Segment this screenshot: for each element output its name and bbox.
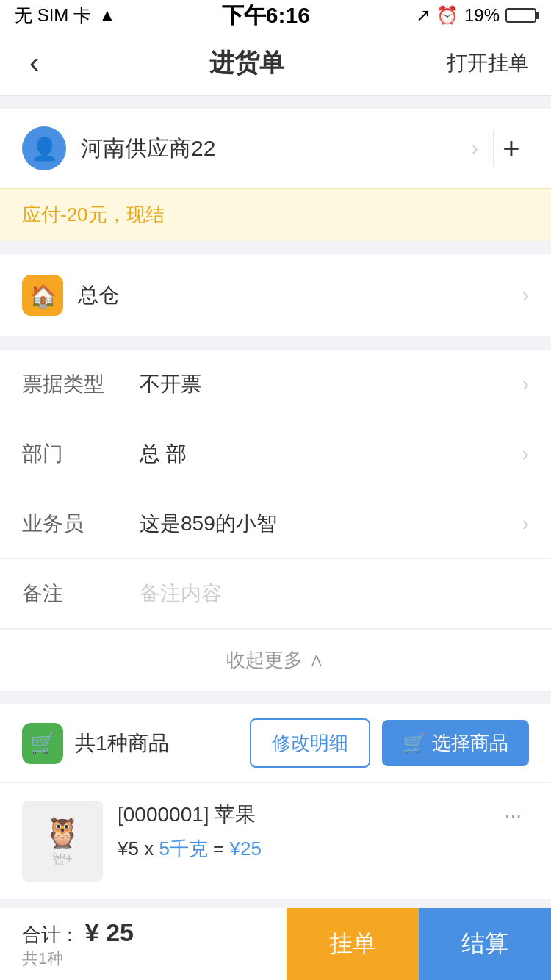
warning-text: 应付-20元，现结 xyxy=(22,203,165,226)
department-label: 部门 xyxy=(22,440,118,468)
total-sub: 共1种 xyxy=(22,948,264,970)
wifi-icon: ▲ xyxy=(98,5,116,26)
warning-banner: 应付-20元，现结 xyxy=(0,188,551,241)
total-label: 合计： xyxy=(22,923,79,945)
warehouse-row[interactable]: 🏠 总仓 › xyxy=(0,254,551,336)
supplier-chevron-icon: › xyxy=(472,137,478,160)
product-title: 苹果 xyxy=(215,803,256,826)
divider-1 xyxy=(0,241,551,254)
add-supplier-button[interactable]: + xyxy=(494,131,529,166)
avatar-icon: 👤 xyxy=(31,136,58,162)
warehouse-section: 🏠 总仓 › xyxy=(0,254,551,336)
unit-price: ¥5 xyxy=(118,837,139,860)
divider-3 xyxy=(0,691,551,704)
product-more-button[interactable]: ··· xyxy=(497,801,529,830)
multiply-sign: x xyxy=(144,837,159,860)
bottom-bar: 合计： ¥ 25 共1种 挂单 结算 xyxy=(0,908,551,980)
product-name: [0000001] 苹果 xyxy=(118,801,483,829)
remarks-row[interactable]: 备注 备注内容 xyxy=(0,559,551,629)
warehouse-icon: 🏠 xyxy=(22,275,63,316)
collapse-label: 收起更多 ∧ xyxy=(226,649,324,671)
open-pending-button[interactable]: 打开挂单 xyxy=(447,49,529,77)
supplier-avatar: 👤 xyxy=(22,126,66,170)
invoice-type-value: 不开票 xyxy=(140,370,522,398)
alarm-icon: ⏰ xyxy=(436,5,458,26)
carrier-text: 无 SIM 卡 xyxy=(15,4,91,27)
department-value: 总 部 xyxy=(140,440,522,468)
divider-top xyxy=(0,96,551,109)
select-product-label: 选择商品 xyxy=(432,730,508,756)
remarks-input[interactable]: 备注内容 xyxy=(140,580,529,608)
checkout-button[interactable]: 结算 xyxy=(419,908,551,980)
product-thumbnail: 🦉 智+ xyxy=(22,801,103,882)
nav-bar: ‹ 进货单 打开挂单 xyxy=(0,31,551,96)
salesperson-value: 这是859的小智 xyxy=(140,510,522,538)
invoice-type-row[interactable]: 票据类型 不开票 › xyxy=(0,350,551,419)
brand-label: 智+ xyxy=(52,850,73,868)
time-display: 下午6:16 xyxy=(222,1,310,31)
battery-percent: 19% xyxy=(464,5,500,26)
product-count: 共1种商品 xyxy=(75,729,238,757)
product-code: [0000001] xyxy=(118,803,209,826)
supplier-name: 河南供应商22 xyxy=(81,134,472,164)
status-right: ↗ ⏰ 19% xyxy=(416,5,536,26)
total-row: 合计： ¥ 25 xyxy=(22,918,264,948)
salesperson-chevron-icon: › xyxy=(522,512,529,536)
owl-logo-icon: 🦉 xyxy=(44,815,81,850)
product-section: 🛒 共1种商品 修改明细 🛒 选择商品 🦉 智+ [0000001] 苹果 ¥5… xyxy=(0,704,551,899)
department-chevron-icon: › xyxy=(522,442,529,466)
supplier-section: 👤 河南供应商22 › + 应付-20元，现结 xyxy=(0,109,551,241)
invoice-type-label: 票据类型 xyxy=(22,370,118,398)
status-left: 无 SIM 卡 ▲ xyxy=(15,4,116,27)
department-row[interactable]: 部门 总 部 › xyxy=(0,419,551,489)
remarks-label: 备注 xyxy=(22,580,118,608)
edit-detail-button[interactable]: 修改明细 xyxy=(250,718,370,768)
quantity: 5千克 xyxy=(159,837,207,860)
product-header: 🛒 共1种商品 修改明细 🛒 选择商品 xyxy=(0,704,551,782)
select-product-icon: 🛒 xyxy=(403,732,426,754)
battery-icon xyxy=(505,8,536,23)
salesperson-label: 业务员 xyxy=(22,510,118,538)
supplier-row[interactable]: 👤 河南供应商22 › + xyxy=(0,109,551,188)
page-title: 进货单 xyxy=(209,46,284,80)
back-button[interactable]: ‹ xyxy=(22,39,46,87)
warehouse-name: 总仓 xyxy=(78,281,522,309)
pending-button[interactable]: 挂单 xyxy=(287,908,419,980)
invoice-type-chevron-icon: › xyxy=(522,372,529,396)
product-section-icon: 🛒 xyxy=(22,723,63,764)
fields-section: 票据类型 不开票 › 部门 总 部 › 业务员 这是859的小智 › 备注 备注… xyxy=(0,350,551,629)
equals-sign: = xyxy=(213,837,229,860)
product-item: 🦉 智+ [0000001] 苹果 ¥5 x 5千克 = ¥25 ··· xyxy=(0,782,551,899)
divider-2 xyxy=(0,336,551,350)
cart-icon: 🛒 xyxy=(30,731,56,755)
total-section: 合计： ¥ 25 共1种 xyxy=(0,908,287,980)
collapse-bar[interactable]: 收起更多 ∧ xyxy=(0,629,551,691)
product-details: [0000001] 苹果 ¥5 x 5千克 = ¥25 xyxy=(118,801,483,862)
status-bar: 无 SIM 卡 ▲ 下午6:16 ↗ ⏰ 19% xyxy=(0,0,551,31)
product-price-row: ¥5 x 5千克 = ¥25 xyxy=(118,836,483,862)
location-icon: ↗ xyxy=(416,5,431,26)
warehouse-chevron-icon: › xyxy=(522,284,529,307)
select-product-button[interactable]: 🛒 选择商品 xyxy=(382,720,529,766)
line-total: ¥25 xyxy=(230,837,262,860)
salesperson-row[interactable]: 业务员 这是859的小智 › xyxy=(0,489,551,559)
total-amount: ¥ 25 xyxy=(85,918,134,946)
